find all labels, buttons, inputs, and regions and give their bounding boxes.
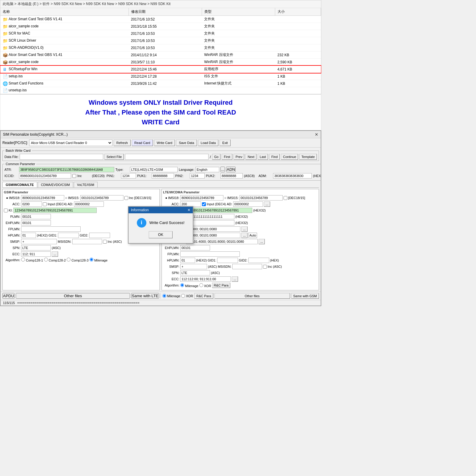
continue-button[interactable]: Continue <box>281 154 298 160</box>
read-card-button[interactable]: Read Card <box>132 140 153 146</box>
data-file-input[interactable] <box>20 154 103 160</box>
reader-select[interactable]: Alcor Micro USB Smart Card Reader 0 <box>29 140 112 146</box>
lte-fplmn2-btn[interactable]: ... <box>241 233 248 238</box>
lte-spn-input[interactable] <box>180 270 210 275</box>
next-button[interactable]: Next <box>245 154 256 160</box>
lte-milenage-radio[interactable] <box>180 283 184 287</box>
gsm-apdu-button[interactable]: APDU <box>2 293 15 299</box>
gsm-inc-checkbox[interactable] <box>124 196 128 200</box>
select-file-button[interactable]: Select File <box>104 154 124 160</box>
gsm-hplmn-input[interactable] <box>21 233 36 238</box>
template-button[interactable]: Template <box>299 154 317 160</box>
gsm-imsi18-input[interactable] <box>21 195 64 201</box>
lte-ecc-input[interactable] <box>180 276 231 282</box>
gsm-same-with-lte-button[interactable]: Same with LTE <box>131 293 159 299</box>
gsm-msisdn-input[interactable] <box>72 239 102 244</box>
table-row[interactable]: 📁SCR Linux Driver 2017/1/6 10:53 文件夹 <box>0 37 321 44</box>
gsm-milenage-radio[interactable] <box>90 258 93 262</box>
gsm-ecc-btn[interactable]: ... <box>52 251 58 257</box>
col-type[interactable]: 类型 <box>202 8 275 16</box>
gsm-comp128-2-radio[interactable] <box>44 258 48 262</box>
puk2-input[interactable] <box>220 173 243 178</box>
table-row[interactable]: 📁SCR-ANDROID(V1.0) 2017/1/6 10:53 文件夹 <box>0 44 321 51</box>
lte-fplmn1-btn[interactable]: ... <box>241 226 248 232</box>
gsm-ecc-input[interactable] <box>21 251 51 257</box>
lte-ad-input[interactable] <box>233 201 263 207</box>
puk1-input[interactable] <box>152 173 174 178</box>
lte-same-with-gsm-button[interactable]: Same with GSM <box>291 293 319 299</box>
table-row[interactable]: 📁alcor_sample code 2013/1/18 15:55 文件夹 <box>0 23 321 30</box>
lte-xor-bottom-radio[interactable] <box>181 294 185 298</box>
tab-gsm[interactable]: GSM/WCDMA/LTE <box>2 182 37 187</box>
refresh-button[interactable]: Refresh <box>114 140 131 146</box>
prev-button[interactable]: Prev <box>234 154 245 160</box>
close-icon[interactable]: ✕ <box>315 132 318 137</box>
lte-inc-checkbox[interactable] <box>284 196 287 200</box>
gsm-gid1-input[interactable] <box>58 233 79 238</box>
gsm-plmn-input[interactable] <box>21 214 51 219</box>
table-row[interactable]: 📄setup.iss 2012/12/4 17:28 ISS 文件 1 KB <box>0 73 321 80</box>
lte-imsi15-input[interactable] <box>239 195 283 201</box>
inc-checkbox[interactable] <box>72 174 76 178</box>
table-row[interactable]: 📦Alcor Smart Card Test GBS V1.41 2014/11… <box>0 51 321 59</box>
table-row[interactable]: 🖥SCRsetupFor Win 2012/12/4 15:46 应用程序 4,… <box>0 66 321 73</box>
gsm-spn-input[interactable] <box>21 245 51 250</box>
gsm-comp128-1-radio[interactable] <box>21 258 25 262</box>
lte-imsi18-input[interactable] <box>180 195 223 201</box>
language-input[interactable] <box>195 167 219 172</box>
dialog-ok-button[interactable]: OK <box>149 231 172 238</box>
table-row[interactable]: 📄unsetup.iss <box>0 87 321 94</box>
gsm-ki-input[interactable] <box>13 208 97 213</box>
table-row[interactable]: 🌐Smart Card Functions 2013/9/26 11:42 In… <box>0 80 321 87</box>
lte-hplmn-input[interactable] <box>180 258 195 263</box>
pin2-input[interactable] <box>190 173 205 178</box>
last-button[interactable]: Last <box>258 154 268 160</box>
write-card-button[interactable]: Write Card <box>154 140 175 146</box>
lte-rc-para-bottom-button[interactable]: R&C Para <box>194 293 213 299</box>
lte-gid2-input[interactable] <box>248 258 269 263</box>
col-size[interactable]: 大小 <box>275 8 321 16</box>
gsm-comp128-3-radio[interactable] <box>67 258 71 262</box>
table-row[interactable]: 📁Alcor Smart Card Test GBS V1.41 2017/1/… <box>0 16 321 23</box>
col-date[interactable]: 修改日期 <box>129 8 202 16</box>
table-row[interactable]: 📁SCR for MAC 2017/1/6 10:53 文件夹 <box>0 30 321 37</box>
adn-button[interactable]: ADN <box>226 167 236 172</box>
gsm-acc-input[interactable] <box>21 201 42 207</box>
lte-hplmnact-input[interactable] <box>186 239 258 244</box>
gsm-fplmn-input[interactable] <box>21 226 81 232</box>
lte-xor-radio[interactable] <box>199 283 203 287</box>
save-data-button[interactable]: Save Data <box>176 140 197 146</box>
load-data-button[interactable]: Load Data <box>198 140 219 146</box>
tab-volte[interactable]: VoLTE/ISIM <box>74 182 98 187</box>
atr-input[interactable] <box>19 167 114 172</box>
gsm-ad-input[interactable] <box>74 201 104 207</box>
lte-msisdn-inc-checkbox[interactable] <box>263 265 267 269</box>
ellipsis-button[interactable]: ... <box>220 167 225 172</box>
lte-gid1-input[interactable] <box>217 258 238 263</box>
gsm-other-files-button[interactable]: Other files <box>16 293 130 299</box>
dialog-close-icon[interactable]: ✕ <box>187 208 190 212</box>
table-row[interactable]: 📦alcor_sample code 2013/5/7 11:10 WinRAR… <box>0 59 321 66</box>
gsm-gid2-input[interactable] <box>89 233 110 238</box>
gsm-ki-inc-checkbox[interactable] <box>4 209 8 212</box>
lte-ehplmn-input[interactable] <box>180 245 210 250</box>
find-button[interactable]: Find <box>269 154 280 160</box>
lte-ad-btn[interactable]: ... <box>264 201 270 207</box>
gsm-smsp-input[interactable] <box>21 239 57 244</box>
lte-fplmn-input2[interactable] <box>180 251 240 257</box>
lte-milenage-bottom-radio[interactable] <box>162 294 166 298</box>
lte-input-checkbox[interactable] <box>202 202 206 206</box>
col-name[interactable]: 名称 <box>0 8 129 16</box>
pin1-input[interactable] <box>121 173 136 178</box>
rc-para-button[interactable]: R&C Para <box>212 283 231 288</box>
lte-smsp-input[interactable] <box>180 264 207 269</box>
go-button[interactable]: Go <box>212 154 221 160</box>
tab-cdma[interactable]: CDMA/EVDO/CSIM <box>38 182 73 187</box>
lte-other-files-button[interactable]: Other files <box>214 293 290 299</box>
gsm-msisdn-inc-checkbox[interactable] <box>103 240 107 244</box>
lte-ecc-btn[interactable]: ... <box>232 276 238 282</box>
exit-button[interactable]: Exit <box>220 140 230 146</box>
gsm-ehplmn-input[interactable] <box>21 220 51 226</box>
lte-hplmnact-btn[interactable]: ... <box>259 239 265 244</box>
batch-count-input[interactable] <box>125 154 209 160</box>
